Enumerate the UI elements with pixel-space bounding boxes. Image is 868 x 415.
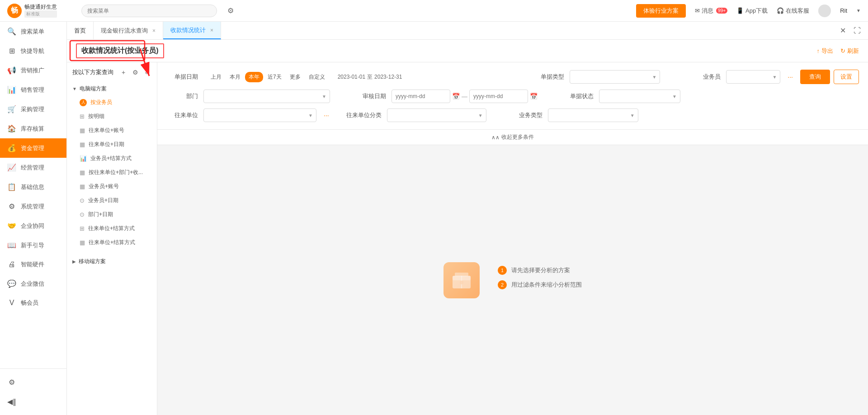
sidebar-item-quick-nav[interactable]: ⊞ 快捷导航 bbox=[0, 41, 66, 61]
tab-receivables-close-icon[interactable]: × bbox=[210, 27, 213, 33]
sidebar-item-system[interactable]: ⚙ 系统管理 bbox=[0, 197, 66, 216]
scheme-settings-icon[interactable]: ⚙ bbox=[131, 68, 140, 77]
tab-cashflow[interactable]: 现金银行流水查询 × bbox=[94, 22, 163, 39]
salesperson-more-btn[interactable]: ··· bbox=[786, 73, 795, 80]
voucher-status-select[interactable] bbox=[599, 90, 680, 103]
dept-date-icon: ⊙ bbox=[80, 211, 85, 218]
voucher-type-select[interactable] bbox=[570, 70, 660, 84]
date-tab-custom[interactable]: 自定义 bbox=[305, 72, 329, 82]
scheme-counterpart-settlement2[interactable]: ▦ 往来单位+结算方式 bbox=[67, 236, 157, 250]
user-avatar[interactable] bbox=[818, 5, 831, 17]
empty-step-1: 1 请先选择要分析的方案 bbox=[498, 266, 582, 275]
sidebar-item-smart-hw[interactable]: 🖨 智能硬件 bbox=[0, 255, 66, 274]
sidebar-item-basic-info[interactable]: 📋 基础信息 bbox=[0, 177, 66, 197]
sidebar-item-inventory[interactable]: 🏠 库存核算 bbox=[0, 119, 66, 138]
collapse-panel-icon[interactable]: « bbox=[142, 68, 151, 77]
review-date-from-input[interactable] bbox=[392, 90, 450, 103]
date-tab-more[interactable]: 更多 bbox=[286, 72, 304, 82]
query-button[interactable]: 查询 bbox=[800, 70, 830, 84]
counterpart-category-select[interactable] bbox=[387, 108, 486, 122]
scheme-salesperson-account-label: 业务员+账号 bbox=[89, 183, 119, 190]
date-tab-7days[interactable]: 近7天 bbox=[264, 72, 285, 82]
refresh-button[interactable]: ↻ 刷新 bbox=[840, 47, 859, 55]
sidebar-item-operations[interactable]: 📈 经营管理 bbox=[0, 158, 66, 177]
wechat-icon: 💬 bbox=[7, 279, 16, 288]
tab-receivables[interactable]: 收款情况统计 × bbox=[163, 22, 221, 39]
mobile-arrow-icon: ▶ bbox=[72, 259, 76, 264]
search-input[interactable] bbox=[81, 5, 217, 17]
tab-close-window-icon[interactable]: ✕ bbox=[837, 25, 848, 36]
operations-icon: 📈 bbox=[7, 163, 16, 172]
sidebar-item-marketing[interactable]: 📢 营销推广 bbox=[0, 61, 66, 80]
scheme-counterpart-dept[interactable]: ▦ 按往来单位+部门+收... bbox=[67, 165, 157, 179]
online-service-button[interactable]: 🎧 在线客服 bbox=[777, 7, 809, 15]
sidebar-item-sales[interactable]: 📊 销售管理 bbox=[0, 80, 66, 99]
voucher-status-select-wrap: ▼ bbox=[599, 90, 680, 103]
counterpart-more-btn[interactable]: ··· bbox=[322, 112, 331, 119]
review-date-to-input[interactable] bbox=[469, 90, 528, 103]
sidebar-item-guide[interactable]: 📖 新手引导 bbox=[0, 236, 66, 255]
download-icon: 📱 bbox=[736, 7, 744, 14]
mobile-group-header[interactable]: ▶ 移动端方案 bbox=[67, 255, 157, 268]
filter-row-3: 往来单位 ▼ ··· 往来单位分类 ▼ bbox=[166, 108, 859, 122]
sidebar-item-search[interactable]: 🔍 搜索菜单 bbox=[0, 22, 66, 41]
logo-area: 畅 畅捷通好生意 标准版 bbox=[7, 4, 74, 18]
sidebar-item-finance[interactable]: 💰 资金管理 bbox=[0, 138, 66, 158]
step-2-text: 用过滤条件来缩小分析范围 bbox=[511, 281, 582, 289]
export-button[interactable]: ↑ 导出 bbox=[817, 47, 834, 55]
content-area: 按以下方案查询 + ⚙ « ▼ 电脑端方案 人 按业务员 bbox=[67, 62, 868, 415]
user-dropdown-arrow-icon[interactable]: ▼ bbox=[856, 8, 861, 13]
review-to-calendar-icon[interactable]: 📅 bbox=[530, 93, 538, 100]
guide-icon: 📖 bbox=[7, 241, 16, 250]
settings-filter-button[interactable]: 设置 bbox=[834, 70, 859, 84]
left-panel: 按以下方案查询 + ⚙ « ▼ 电脑端方案 人 按业务员 bbox=[67, 62, 157, 415]
business-type-select-wrap: ▼ bbox=[548, 108, 638, 122]
scheme-by-salesperson[interactable]: 人 按业务员 bbox=[67, 95, 157, 109]
voucher-status-label: 单据状态 bbox=[562, 92, 594, 100]
scheme-salesperson-date[interactable]: ⊙ 业务员+日期 bbox=[67, 193, 157, 208]
sidebar-item-search-label: 搜索菜单 bbox=[21, 28, 44, 36]
tab-actions: ✕ ⛶ bbox=[832, 22, 868, 39]
refresh-label: 刷新 bbox=[847, 47, 859, 55]
date-tab-this-year[interactable]: 本年 bbox=[245, 72, 263, 82]
sidebar-item-member[interactable]: V 畅会员 bbox=[0, 293, 66, 312]
scheme-salesperson-account[interactable]: ▦ 业务员+账号 bbox=[67, 179, 157, 193]
sidebar-item-enterprise[interactable]: 🤝 企业协同 bbox=[0, 216, 66, 236]
add-scheme-button[interactable]: + bbox=[119, 68, 128, 77]
review-date-input: 📅 — 📅 bbox=[392, 90, 538, 103]
app-name: 畅捷通好生意 bbox=[24, 4, 57, 11]
sidebar-collapse-btn[interactable]: ◀‖ bbox=[0, 392, 66, 411]
date-tab-last-month[interactable]: 上月 bbox=[207, 72, 225, 82]
purchase-icon: 🛒 bbox=[7, 105, 16, 113]
empty-area: 1 请先选择要分析的方案 2 用过滤条件来缩小分析范围 bbox=[157, 145, 868, 415]
empty-box-icon bbox=[443, 262, 480, 298]
scheme-salesperson-settlement[interactable]: 📊 业务员+结算方式 bbox=[67, 151, 157, 165]
salesperson-select[interactable] bbox=[726, 70, 780, 84]
collapse-bar[interactable]: ∧∧ 收起更多条件 bbox=[157, 130, 868, 145]
sidebar-item-wechat[interactable]: 💬 企业微信 bbox=[0, 274, 66, 293]
tab-cashflow-label: 现金银行流水查询 bbox=[101, 27, 148, 35]
tab-maximize-icon[interactable]: ⛶ bbox=[852, 25, 863, 36]
date-tab-this-month[interactable]: 本月 bbox=[226, 72, 244, 82]
scheme-counterpart-account[interactable]: ▦ 往来单位+账号 bbox=[67, 123, 157, 137]
tab-home[interactable]: 首页 bbox=[67, 22, 94, 39]
scheme-dept-date[interactable]: ⊙ 部门+日期 bbox=[67, 208, 157, 222]
gear-icon[interactable]: ⚙ bbox=[224, 5, 237, 17]
sidebar-settings-btn[interactable]: ⚙ bbox=[0, 373, 66, 392]
scheme-counterpart-settlement1[interactable]: ⊞ 往来单位+结算方式 bbox=[67, 222, 157, 236]
counterpart-select[interactable] bbox=[203, 108, 316, 122]
app-download-label: App下载 bbox=[745, 7, 768, 15]
review-from-calendar-icon[interactable]: 📅 bbox=[452, 93, 460, 100]
desktop-group-header[interactable]: ▼ 电脑端方案 bbox=[67, 82, 157, 95]
sidebar-item-marketing-label: 营销推广 bbox=[21, 66, 44, 75]
scheme-by-detail[interactable]: ⊞ 按明细 bbox=[67, 109, 157, 123]
empty-steps: 1 请先选择要分析的方案 2 用过滤条件来缩小分析范围 bbox=[498, 266, 582, 295]
sidebar-item-purchase[interactable]: 🛒 采购管理 bbox=[0, 99, 66, 119]
business-type-select[interactable] bbox=[548, 108, 638, 122]
tab-cashflow-close-icon[interactable]: × bbox=[152, 28, 156, 34]
dept-select[interactable] bbox=[203, 90, 330, 103]
trial-button[interactable]: 体验行业方案 bbox=[636, 4, 686, 18]
scheme-counterpart-date[interactable]: ▦ 往来单位+日期 bbox=[67, 137, 157, 151]
messages-button[interactable]: ✉ 消息 99+ bbox=[695, 7, 727, 15]
app-download-button[interactable]: 📱 App下载 bbox=[736, 7, 768, 15]
